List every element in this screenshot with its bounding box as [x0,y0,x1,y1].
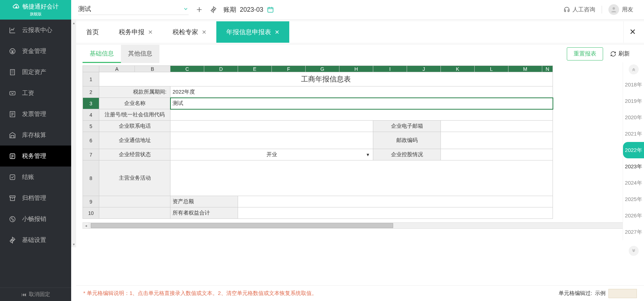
equity-value-cell[interactable] [238,207,553,219]
sub-tab[interactable]: 基础信息 [83,45,121,63]
col-head[interactable]: G [306,66,339,72]
col-head[interactable]: E [238,66,272,72]
rownum-cell[interactable] [99,196,170,207]
rownum-cell[interactable] [99,207,170,219]
year-item[interactable]: 2026年 [623,207,644,224]
logo-text: 畅捷通好会计 [22,2,59,11]
row-head[interactable]: 10 [83,207,99,219]
phone-value-cell[interactable] [170,121,373,132]
period-label-cell[interactable]: 税款所属期间: [99,86,170,98]
year-item[interactable]: 2025年 [623,191,644,207]
status-label-cell[interactable]: 企业经营状态 [99,149,170,160]
collapse-up-icon[interactable] [629,64,639,74]
sidebar-item-tax[interactable]: 税务管理 [0,146,71,167]
equity-label-cell[interactable]: 所有者权益合计 [170,207,238,219]
col-head[interactable]: A [99,66,135,72]
sidebar-item-money[interactable]: 资金管理 [0,41,71,62]
assets-value-cell[interactable] [238,196,553,207]
close-all-tabs-button[interactable]: ✕ [623,21,641,43]
tab[interactable]: 年报信息申报表✕ [216,21,289,43]
year-item[interactable]: 2027年 [623,224,644,240]
col-head[interactable]: M [508,66,542,72]
sheet-horizontal-scrollbar[interactable]: ◂ ▸ [83,222,638,229]
col-head[interactable]: F [272,66,306,72]
email-label-cell[interactable]: 企业电子邮箱 [373,121,441,132]
close-icon[interactable]: ✕ [148,29,153,36]
holding-value-cell[interactable] [441,149,553,160]
year-item[interactable]: 2018年 [623,76,644,93]
reg-value-cell[interactable] [170,109,553,121]
phone-label-cell[interactable]: 企业联系电话 [99,121,170,132]
sheet-corner[interactable] [83,66,99,72]
col-head[interactable]: C [170,66,204,72]
sidebar-item-invoice[interactable]: 发票管理 [0,104,71,125]
sidebar-item-warehouse[interactable]: 库存核算 [0,125,71,146]
scrollbar-thumb[interactable] [91,223,393,228]
year-item[interactable]: 2024年 [623,175,644,191]
gear-icon[interactable] [210,6,217,13]
sidebar-item-building[interactable]: 固定资产 [0,62,71,83]
addr-label-cell[interactable]: 企业通信地址 [99,132,170,149]
tab[interactable]: 税检专家✕ [163,21,216,43]
mainbiz-label-cell[interactable]: 主营业务活动 [99,160,170,196]
expand-down-icon[interactable] [629,246,639,256]
mainbiz-value-cell[interactable] [170,160,553,196]
row-head[interactable]: 1 [83,72,99,86]
period-value[interactable]: 2023-03 [240,6,263,14]
year-item[interactable]: 2022年 [623,142,644,158]
row-head[interactable]: 9 [83,196,99,207]
sidebar-item-reimburse[interactable]: 小畅报销 [0,208,71,229]
close-icon[interactable]: ✕ [202,29,206,36]
year-item[interactable]: 2020年 [623,109,644,126]
year-item[interactable]: 2021年 [623,126,644,142]
sidebar-collapse-handle[interactable]: ▴ ▾ [71,20,76,247]
row-head[interactable]: 5 [83,121,99,132]
row-head[interactable]: 8 [83,160,99,196]
user-area[interactable]: 用友 [608,4,633,15]
row-head[interactable]: 2 [83,86,99,98]
sidebar-item-closing[interactable]: 结账 [0,167,71,188]
col-head[interactable]: J [407,66,441,72]
add-icon[interactable] [196,6,203,13]
row-head[interactable]: 4 [83,109,99,121]
col-head[interactable]: D [204,66,238,72]
period-value-cell[interactable]: 2022年度 [170,86,553,98]
sidebar-item-chart-line[interactable]: 云报表中心 [0,20,71,41]
refresh-button[interactable]: 刷新 [610,50,630,58]
zip-label-cell[interactable]: 邮政编码 [373,132,441,149]
assets-label-cell[interactable]: 资产总额 [170,196,238,207]
year-item[interactable]: 2019年 [623,93,644,109]
close-icon[interactable]: ✕ [275,29,279,36]
reg-label-cell[interactable]: 注册号/统一社会信用代码 [99,109,170,121]
col-head[interactable]: N [542,66,553,72]
year-item[interactable]: 2023年 [623,158,644,175]
row-head[interactable]: 3 [83,98,99,109]
col-head[interactable]: H [339,66,373,72]
col-head[interactable]: I [373,66,407,72]
holding-label-cell[interactable]: 企业控股情况 [373,149,441,160]
col-head[interactable]: L [475,66,508,72]
sheet-title[interactable]: 工商年报信息表 [99,72,553,86]
calendar-icon[interactable] [267,6,274,13]
sidebar-item-settings[interactable]: 基础设置 [0,229,71,250]
scroll-left-icon[interactable]: ◂ [83,223,89,228]
col-head[interactable]: K [441,66,475,72]
addr-value-cell[interactable] [170,132,373,149]
company-selector[interactable]: 测试 [78,5,189,15]
row-head[interactable]: 7 [83,149,99,160]
sidebar-item-archive[interactable]: 归档管理 [0,188,71,208]
sub-tab[interactable]: 其他信息 [121,45,159,63]
consult-button[interactable]: 人工咨询 [563,6,595,14]
tab[interactable]: 税务申报✕ [109,21,163,43]
company-label-cell[interactable]: 企业名称 [99,98,170,109]
reset-report-button[interactable]: 重置报表 [567,47,603,60]
row-head[interactable]: 6 [83,132,99,149]
tab[interactable]: 首页 [76,21,109,43]
col-head[interactable]: B [135,66,170,72]
company-value-cell[interactable]: 测试 [170,98,553,109]
email-value-cell[interactable] [441,121,553,132]
status-value-cell[interactable]: 开业▼ [170,149,373,160]
sidebar-item-salary[interactable]: 工资 [0,83,71,104]
unpin-button[interactable]: ⏮取消固定 [0,287,71,301]
zip-value-cell[interactable] [441,132,553,149]
